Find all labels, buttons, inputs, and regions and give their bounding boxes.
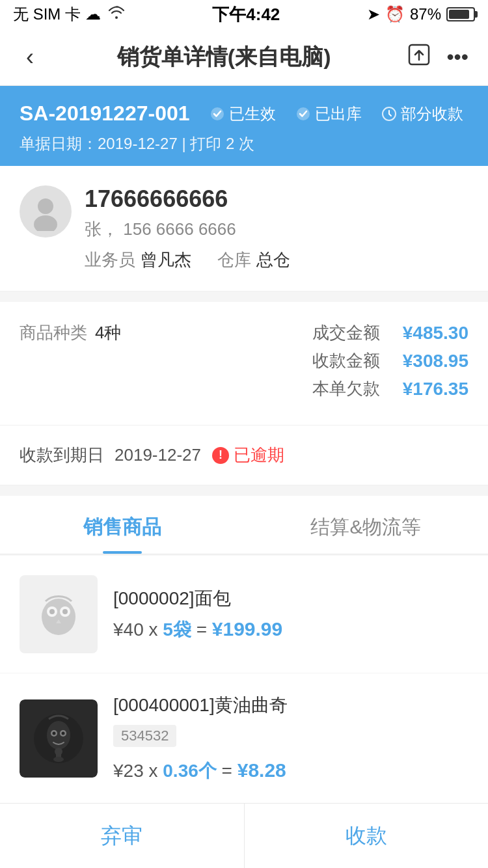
svg-point-18 [53, 731, 56, 735]
customer-phone-display: 17666666666 [85, 185, 468, 213]
product-thumbnail-2 [20, 699, 98, 778]
status-badge-partial-payment: 部分收款 [381, 103, 463, 124]
cancel-review-button[interactable]: 弃审 [0, 804, 245, 868]
more-icon[interactable]: ••• [446, 45, 468, 69]
debt-amount-row: 本单欠款 ¥176.35 [312, 377, 468, 400]
location-icon: ➤ [367, 5, 380, 23]
svg-point-11 [49, 609, 55, 614]
product-details-1: [0000002]面包 ¥40 x 5袋 = ¥199.99 [113, 586, 468, 642]
due-date-label: 收款到期日 [20, 444, 104, 467]
nav-bar: ‹ 销货单详情(来自电脑) ••• [0, 29, 488, 86]
alarm-icon: ⏰ [385, 5, 405, 23]
header-banner: SA-20191227-001 已生效 已出库 部分收款 单据日期：2019-1… [0, 86, 488, 166]
tab-settlement-logistics[interactable]: 结算&物流等 [244, 496, 488, 554]
svg-point-12 [62, 609, 68, 614]
status-badge-effective: 已生效 [210, 103, 276, 124]
svg-text:!: ! [219, 448, 223, 461]
svg-point-19 [62, 731, 65, 735]
trading-amount-row: 成交金额 ¥485.30 [312, 321, 468, 344]
customer-section: 17666666666 张， 156 6666 6666 业务员 曾凡杰 仓库 … [0, 166, 488, 292]
product-type-stats: 商品种类 4种 [20, 321, 121, 347]
product-price-2: ¥23 x 0.36个 = ¥8.28 [113, 759, 468, 783]
tab-sales-products[interactable]: 销售商品 [0, 496, 244, 554]
battery-icon [446, 7, 475, 21]
wifi-icon [107, 5, 126, 23]
order-date-info: 单据日期：2019-12-27 | 打印 2 次 [20, 133, 468, 154]
status-badge-shipped: 已出库 [295, 103, 362, 124]
page-title: 销货单详情(来自电脑) [117, 42, 331, 72]
battery-percent: 87% [410, 5, 441, 23]
status-right: ➤ ⏰ 87% [367, 5, 475, 23]
nav-actions: ••• [407, 43, 468, 72]
warehouse-info: 仓库 总仓 [217, 249, 290, 271]
customer-info: 17666666666 张， 156 6666 6666 业务员 曾凡杰 仓库 … [85, 185, 468, 271]
bottom-bar: 弃审 收款 [0, 803, 488, 868]
product-sku-2: 534532 [113, 725, 176, 747]
svg-point-15 [47, 721, 70, 750]
product-thumbnail-1 [20, 575, 98, 653]
collected-amount-row: 收款金额 ¥308.95 [312, 349, 468, 372]
amount-stats: 成交金额 ¥485.30 收款金额 ¥308.95 本单欠款 ¥176.35 [312, 321, 468, 405]
order-number: SA-20191227-001 [20, 102, 190, 126]
customer-avatar [20, 185, 72, 237]
product-name-1: [0000002]面包 [113, 586, 468, 611]
share-icon[interactable] [407, 43, 431, 72]
status-left: 无 SIM 卡 ☁ [13, 4, 126, 25]
collect-payment-button[interactable]: 收款 [245, 804, 489, 868]
product-item: [0000002]面包 ¥40 x 5袋 = ¥199.99 [0, 556, 488, 673]
overdue-badge: ! 已逾期 [211, 444, 284, 467]
stats-section: 商品种类 4种 成交金额 ¥485.30 收款金额 ¥308.95 本单欠款 ¥… [0, 302, 488, 426]
product-price-1: ¥40 x 5袋 = ¥199.99 [113, 617, 468, 642]
due-date-section: 收款到期日 2019-12-27 ! 已逾期 [0, 426, 488, 485]
svg-point-8 [42, 599, 75, 635]
back-button[interactable]: ‹ [20, 37, 40, 77]
svg-point-22 [53, 757, 64, 762]
product-item: [000400001]黄油曲奇 534532 ¥23 x 0.36个 = ¥8.… [0, 673, 488, 804]
tabs-container: 销售商品 结算&物流等 [0, 496, 488, 554]
product-details-2: [000400001]黄油曲奇 534532 ¥23 x 0.36个 = ¥8.… [113, 693, 468, 783]
customer-meta: 业务员 曾凡杰 仓库 总仓 [85, 249, 468, 271]
products-container: [0000002]面包 ¥40 x 5袋 = ¥199.99 [0, 556, 488, 804]
status-bar: 无 SIM 卡 ☁ 下午4:42 ➤ ⏰ 87% [0, 0, 488, 29]
svg-point-5 [34, 215, 57, 231]
customer-contact: 张， 156 6666 6666 [85, 218, 468, 241]
product-name-2: [000400001]黄油曲奇 [113, 693, 468, 718]
status-time: 下午4:42 [212, 3, 280, 26]
salesperson-info: 业务员 曾凡杰 [85, 249, 191, 271]
due-date-value: 2019-12-27 [115, 445, 201, 465]
sim-status: 无 SIM 卡 ☁ [13, 4, 101, 25]
svg-point-4 [38, 198, 53, 214]
